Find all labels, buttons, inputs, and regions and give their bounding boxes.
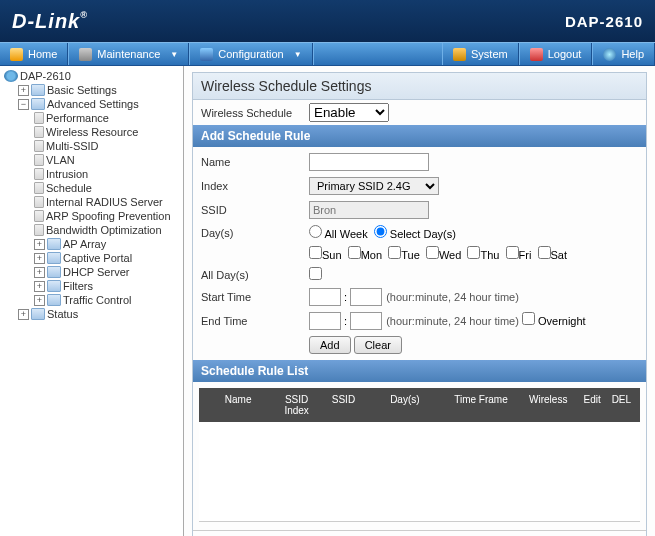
tree-radius[interactable]: Internal RADIUS Server	[32, 195, 181, 209]
clear-button[interactable]: Clear	[354, 336, 402, 354]
home-icon	[10, 48, 23, 61]
file-icon	[34, 112, 44, 124]
tree-ap-array[interactable]: +AP Array	[32, 237, 181, 251]
globe-icon	[4, 70, 18, 82]
col-time-frame: Time Frame	[443, 394, 519, 416]
file-icon	[34, 182, 44, 194]
rule-list-header: Schedule Rule List	[193, 360, 646, 382]
overnight-checkbox[interactable]: Overnight	[522, 315, 586, 327]
tree-intrusion[interactable]: Intrusion	[32, 167, 181, 181]
col-ssid-index: SSID Index	[273, 394, 320, 416]
start-hour-input[interactable]	[309, 288, 341, 306]
folder-icon	[47, 266, 61, 278]
folder-icon	[47, 280, 61, 292]
time-hint: (hour:minute, 24 hour time)	[386, 291, 519, 303]
col-del: DEL	[607, 394, 636, 416]
add-button[interactable]: Add	[309, 336, 351, 354]
file-icon	[34, 168, 44, 180]
file-icon	[34, 224, 44, 236]
folder-icon	[31, 308, 45, 320]
nav-tree: DAP-2610 +Basic Settings −Advanced Setti…	[0, 66, 184, 536]
file-icon	[34, 140, 44, 152]
tree-schedule[interactable]: Schedule	[32, 181, 181, 195]
tree-status[interactable]: +Status	[16, 307, 181, 321]
tree-bandwidth[interactable]: Bandwidth Optimization	[32, 223, 181, 237]
menu-maintenance[interactable]: Maintenance▼	[68, 43, 189, 65]
expand-icon[interactable]: +	[34, 295, 45, 306]
expand-icon[interactable]: +	[34, 281, 45, 292]
folder-icon	[47, 294, 61, 306]
system-icon	[453, 48, 466, 61]
folder-icon	[47, 238, 61, 250]
end-time-label: End Time	[201, 315, 309, 327]
overnight-note: +: To the end time of the next day overn…	[193, 530, 646, 536]
menu-home[interactable]: Home	[0, 43, 68, 65]
tree-captive-portal[interactable]: +Captive Portal	[32, 251, 181, 265]
tree-multi-ssid[interactable]: Multi-SSID	[32, 139, 181, 153]
expand-icon[interactable]: +	[34, 267, 45, 278]
day-thu-checkbox[interactable]: Thu	[467, 249, 499, 261]
file-icon	[34, 196, 44, 208]
select-days-radio[interactable]: Select Day(s)	[374, 228, 456, 240]
header-bar: D-Link® DAP-2610	[0, 0, 655, 42]
col-name: Name	[203, 394, 273, 416]
model-label: DAP-2610	[565, 13, 643, 30]
chevron-down-icon: ▼	[170, 50, 178, 59]
tree-advanced-settings[interactable]: −Advanced Settings	[16, 97, 181, 111]
all-week-radio[interactable]: All Week	[309, 228, 368, 240]
page-title: Wireless Schedule Settings	[193, 73, 646, 100]
end-hour-input[interactable]	[309, 312, 341, 330]
expand-icon[interactable]: +	[18, 85, 29, 96]
tree-traffic[interactable]: +Traffic Control	[32, 293, 181, 307]
chevron-down-icon: ▼	[294, 50, 302, 59]
days-label: Day(s)	[201, 227, 309, 239]
tree-vlan[interactable]: VLAN	[32, 153, 181, 167]
menu-logout[interactable]: Logout	[519, 43, 593, 65]
tree-wireless-resource[interactable]: Wireless Resource	[32, 125, 181, 139]
tree-dhcp[interactable]: +DHCP Server	[32, 265, 181, 279]
collapse-icon[interactable]: −	[18, 99, 29, 110]
col-days: Day(s)	[367, 394, 443, 416]
tree-basic-settings[interactable]: +Basic Settings	[16, 83, 181, 97]
day-tue-checkbox[interactable]: Tue	[388, 249, 420, 261]
menu-help[interactable]: Help	[592, 43, 655, 65]
day-sun-checkbox[interactable]: Sun	[309, 249, 342, 261]
tree-arp[interactable]: ARP Spoofing Prevention	[32, 209, 181, 223]
end-minute-input[interactable]	[350, 312, 382, 330]
tree-performance[interactable]: Performance	[32, 111, 181, 125]
menu-system[interactable]: System	[442, 43, 519, 65]
wireless-schedule-select[interactable]: Enable	[309, 103, 389, 122]
day-wed-checkbox[interactable]: Wed	[426, 249, 461, 261]
logout-icon	[530, 48, 543, 61]
all-days-label: All Day(s)	[201, 269, 309, 281]
help-icon	[603, 48, 616, 61]
name-input[interactable]	[309, 153, 429, 171]
wireless-schedule-label: Wireless Schedule	[201, 107, 309, 119]
expand-icon[interactable]: +	[34, 253, 45, 264]
rule-list-body	[199, 422, 640, 522]
expand-icon[interactable]: +	[18, 309, 29, 320]
all-days-checkbox[interactable]	[309, 267, 322, 280]
start-minute-input[interactable]	[350, 288, 382, 306]
index-select[interactable]: Primary SSID 2.4G	[309, 177, 439, 195]
add-rule-header: Add Schedule Rule	[193, 125, 646, 147]
col-edit: Edit	[577, 394, 606, 416]
disk-icon	[200, 48, 213, 61]
day-sat-checkbox[interactable]: Sat	[538, 249, 568, 261]
name-label: Name	[201, 156, 309, 168]
index-label: Index	[201, 180, 309, 192]
time-hint: (hour:minute, 24 hour time)	[386, 315, 519, 327]
folder-icon	[47, 252, 61, 264]
file-icon	[34, 154, 44, 166]
day-mon-checkbox[interactable]: Mon	[348, 249, 382, 261]
expand-icon[interactable]: +	[34, 239, 45, 250]
day-fri-checkbox[interactable]: Fri	[506, 249, 532, 261]
tree-root[interactable]: DAP-2610	[2, 69, 181, 83]
tools-icon	[79, 48, 92, 61]
col-wireless: Wireless	[519, 394, 578, 416]
tree-filters[interactable]: +Filters	[32, 279, 181, 293]
ssid-input[interactable]	[309, 201, 429, 219]
menu-configuration[interactable]: Configuration▼	[189, 43, 312, 65]
start-time-label: Start Time	[201, 291, 309, 303]
folder-icon	[31, 84, 45, 96]
